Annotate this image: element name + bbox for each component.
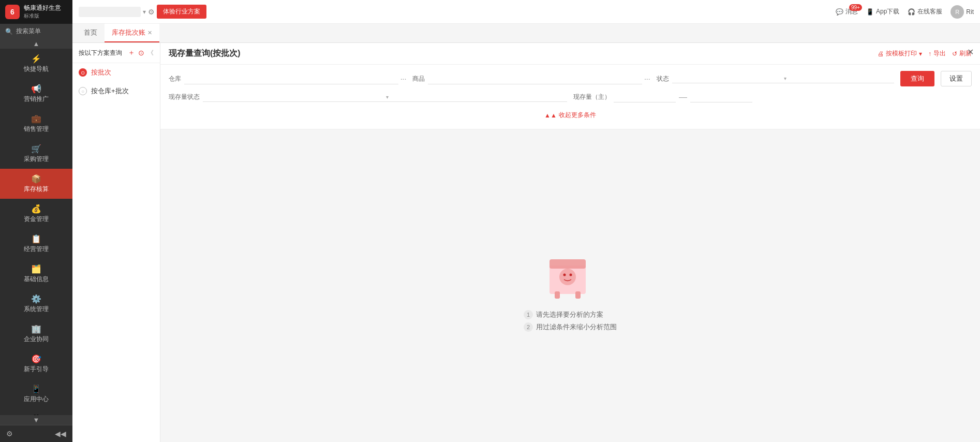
goods-dots[interactable]: ··· — [644, 75, 650, 83]
settings-footer-icon[interactable]: ⚙ — [6, 430, 13, 438]
warehouse-field: 仓库 ··· — [169, 73, 406, 84]
collapse-sidebar-btn[interactable]: ◀◀ — [55, 430, 66, 438]
inventory-qty-to[interactable] — [690, 92, 752, 102]
sidebar-item-label: 库存核算 — [24, 185, 49, 194]
sidebar-item-wechat[interactable]: 💬 企业微信 — [0, 409, 72, 415]
sidebar-item-label: 快捷导航 — [24, 65, 49, 73]
topbar-chevron-icon[interactable]: ▾ — [143, 8, 146, 16]
sidebar-search[interactable]: 🔍 搜索菜单 — [0, 24, 72, 39]
inventory-status-label: 现存量状态 — [169, 93, 200, 101]
scroll-down-btn[interactable]: ▼ — [0, 415, 72, 425]
svg-rect-1 — [550, 259, 586, 269]
goods-field: 商品 ··· — [412, 73, 650, 84]
filter-row-2: 现存量状态 ▾ 现存量（主） — — [169, 92, 972, 102]
inventory-qty-field: 现存量（主） — — [573, 92, 972, 102]
sidebar-item-enterprise[interactable]: 🏢 企业协同 — [0, 319, 72, 349]
sidebar-item-basic[interactable]: 🗂️ 基础信息 — [0, 259, 72, 289]
marketing-icon: 📢 — [31, 84, 41, 94]
sidebar-item-inventory[interactable]: 📦 库存核算 — [0, 169, 72, 199]
inventory-status-chevron: ▾ — [386, 94, 565, 100]
newbie-icon: 🎯 — [31, 354, 41, 364]
user-name: Rit — [966, 8, 974, 16]
app-title-block: 畅康通好生意 标准版 — [24, 4, 61, 20]
purchase-icon: 🛒 — [31, 144, 41, 154]
tab-close-icon[interactable]: ✕ — [147, 30, 152, 36]
topbar-search-input[interactable] — [79, 7, 141, 17]
query-btn[interactable]: 查询 — [900, 71, 934, 86]
inventory-status-select[interactable]: ▾ — [203, 93, 567, 102]
message-icon: 💬 — [836, 8, 843, 16]
warehouse-input[interactable] — [184, 73, 398, 84]
export-icon: ↑ — [928, 50, 931, 57]
messages-badge: 99+ — [849, 4, 862, 11]
empty-svg — [539, 240, 601, 302]
wechat-icon: 💬 — [31, 414, 41, 415]
sidebar-item-label: 采购管理 — [24, 155, 49, 164]
collapse-more-filters-btn[interactable]: ▲▲ 收起更多条件 — [169, 108, 972, 123]
scheme-item-by-warehouse-batch[interactable]: ○ 按仓库+批次 — [72, 82, 160, 100]
topbar-gear-icon[interactable]: ⚙ — [148, 8, 155, 16]
goods-input[interactable] — [428, 73, 642, 84]
refresh-icon: ↺ — [952, 50, 957, 57]
filter-settings-btn[interactable]: 设置 — [941, 71, 972, 86]
app-download-btn[interactable]: 📱 App下载 — [866, 7, 899, 16]
add-scheme-icon[interactable]: ＋ — [128, 48, 135, 57]
collapse-left-panel-icon[interactable]: 《 — [147, 49, 154, 57]
collapse-label: 收起更多条件 — [559, 111, 596, 120]
scheme-item-by-batch[interactable]: ⊙ 按批次 — [72, 63, 160, 82]
main-content: ▾ ⚙ 体验行业方案 💬 消息 99+ 📱 App下载 🎧 在线客服 R — [72, 0, 980, 442]
app-logo: 6 — [5, 5, 20, 19]
sidebar-item-marketing[interactable]: 📢 营销推广 — [0, 79, 72, 109]
sidebar-item-label: 系统管理 — [24, 305, 49, 314]
hint-text-2: 用过滤条件来缩小分析范围 — [536, 322, 617, 332]
sidebar-item-system[interactable]: ⚙️ 系统管理 — [0, 289, 72, 319]
print-chevron-icon: ▾ — [919, 50, 922, 57]
app-download-label: App下载 — [876, 7, 899, 16]
scheme-settings-icon[interactable]: ⊙ — [138, 49, 144, 57]
sidebar-item-label: 销售管理 — [24, 125, 49, 134]
export-btn[interactable]: ↑ 导出 — [928, 49, 946, 58]
trial-btn[interactable]: 体验行业方案 — [157, 5, 206, 19]
tab-home[interactable]: 首页 — [77, 24, 105, 42]
sidebar-item-apps[interactable]: 📱 应用中心 — [0, 379, 72, 409]
svg-point-3 — [563, 274, 566, 276]
sidebar-item-sales[interactable]: 💼 销售管理 — [0, 109, 72, 139]
sidebar-item-label: 应用中心 — [24, 395, 49, 404]
empty-illustration — [539, 240, 601, 302]
empty-state: 1 请先选择要分析的方案 2 用过滤条件来缩小分析范围 — [160, 129, 980, 442]
sidebar-item-finance[interactable]: 💰 资金管理 — [0, 199, 72, 229]
scroll-up-btn[interactable]: ▲ — [0, 39, 72, 49]
warehouse-dots[interactable]: ··· — [400, 75, 407, 83]
inventory-qty-from[interactable] — [614, 92, 676, 102]
sidebar-item-newbie[interactable]: 🎯 新手引导 — [0, 349, 72, 379]
tab-inventory-batch-label: 库存批次账 — [112, 28, 145, 37]
print-template-btn[interactable]: 🖨 按模板打印 ▾ — [878, 49, 922, 58]
hint-num-2: 2 — [524, 322, 533, 332]
hint-num-1: 1 — [524, 310, 533, 319]
svg-point-2 — [559, 269, 576, 285]
messages-btn[interactable]: 💬 消息 99+ — [836, 7, 858, 16]
system-icon: ⚙️ — [31, 294, 41, 304]
svg-rect-5 — [555, 291, 560, 299]
app-subtitle: 标准版 — [24, 12, 61, 20]
scheme-label-by-batch: 按批次 — [91, 68, 111, 77]
online-service-btn[interactable]: 🎧 在线客服 — [908, 7, 942, 16]
sidebar-item-quick-nav[interactable]: ⚡ 快捷导航 — [0, 49, 72, 79]
online-service-label: 在线客服 — [917, 7, 942, 16]
export-label: 导出 — [933, 49, 946, 58]
app-title: 畅康通好生意 — [24, 4, 61, 12]
user-avatar-btn[interactable]: R Rit — [951, 5, 974, 19]
inventory-icon: 📦 — [31, 174, 41, 184]
sidebar-item-operation[interactable]: 📋 经营管理 — [0, 229, 72, 259]
user-initial: R — [955, 9, 959, 15]
page-title-actions: 🖨 按模板打印 ▾ ↑ 导出 ↺ 刷新 — [878, 49, 972, 58]
close-page-btn[interactable]: ✕ — [961, 43, 980, 61]
status-select[interactable]: ▾ — [672, 74, 894, 83]
sidebar-item-purchase[interactable]: 🛒 采购管理 — [0, 139, 72, 169]
tab-inventory-batch[interactable]: 库存批次账 ✕ — [105, 24, 159, 42]
sidebar-footer: ⚙ ◀◀ — [0, 425, 72, 442]
scheme-dot-inactive: ○ — [79, 87, 87, 95]
empty-hint-1: 1 请先选择要分析的方案 — [524, 310, 603, 319]
svg-rect-6 — [575, 291, 581, 299]
sidebar: 6 畅康通好生意 标准版 🔍 搜索菜单 ▲ ⚡ 快捷导航 📢 营销推广 💼 销售… — [0, 0, 72, 442]
